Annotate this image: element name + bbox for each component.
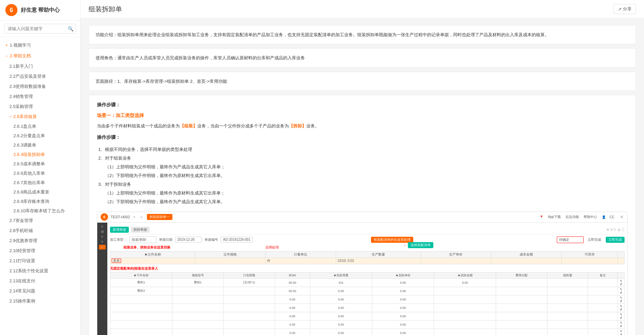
sidebar-item-coupon[interactable]: 2.9优惠券管理: [0, 236, 80, 246]
mock-child-spec-1: 费则1: [172, 278, 223, 287]
mock-toolbar-icons: ⊕ ⊘ ✎ 🖨 ⬡: [606, 228, 625, 231]
mock-user-icon: 👤: [602, 215, 606, 219]
sidebar-item-stocktake[interactable]: 2.6.1盘点单: [0, 122, 80, 131]
sidebar-item-data-prep[interactable]: 2.3使用前数据准备: [0, 81, 80, 92]
sidebar-item-ledger-error[interactable]: 2.6.10库存账本错了怎么办: [0, 206, 80, 216]
mock-tab-disassemble: 拆卸单据: [131, 227, 150, 233]
op-steps2-title: 操作步骤：: [97, 134, 628, 141]
mock-annotation-switch: 组装业务、拆卸业务在这里切换: [123, 245, 170, 249]
step-1: 1、根据不同的业务，选择不同单据的类型来处理: [98, 145, 628, 154]
mock-form-content: 新增单据 拆卸单据 ⊕ ⊘ ✎ 🖨 ⬡ 加工类型： 组装/拆卸 单据日期 201…: [107, 223, 627, 335]
mock-main-area: ≡ ⊞ ≡ ≡ ≡ 新增单据 拆卸单据: [97, 223, 627, 335]
sidebar-item-inventory[interactable]: − 2.6库存核算: [0, 112, 80, 122]
mock-child-actual-amt-1: 0.00: [434, 278, 496, 287]
mock-new-btn: 拆装拆卸单一: [147, 214, 172, 220]
mock-child-bom-1: 30.00: [275, 278, 310, 287]
scenario1-title: 场景一：加工类型选择: [97, 113, 628, 119]
sidebar-item-other-out[interactable]: 2.6.7其他出库单: [0, 178, 80, 187]
mock-child-bom-2: 30.00: [275, 287, 310, 295]
share-icon: ↗: [618, 7, 622, 12]
mock-child-row-7: 0.000.000.00✎ ✗: [110, 329, 625, 335]
search-icon[interactable]: 🔍: [68, 26, 73, 32]
mock-date-label: 单据日期: [159, 237, 172, 242]
sidebar-item-transfer[interactable]: 2.6.3调拨单: [0, 141, 80, 150]
sidebar-item-beginner[interactable]: 2.1新手入门: [0, 61, 80, 71]
mock-annotation-enable: 启用处理: [265, 245, 279, 249]
mock-parent-cost-1: [491, 258, 561, 264]
operations-section: 操作步骤： 场景一：加工类型选择 当由多个子件材料组装成一个成品的业务为【组装】…: [89, 95, 636, 335]
role-text: 使用角色：通常由生产人员或库管人员完成拆装业务的操作，库管人员确认原材料的出库和…: [96, 55, 305, 60]
sidebar-item-ops[interactable]: 2.10经营管理: [0, 246, 80, 256]
mock-child-actual-qty-1: 101: [310, 278, 372, 287]
mock-sidebar: ≡ ⊞ ≡ ≡ ≡: [97, 223, 107, 335]
mock-child-plan-1: (元/价*1): [223, 278, 275, 287]
sidebar-item-assembly[interactable]: 2.6.4组装拆卸单: [0, 150, 80, 159]
mock-th-unit: 计量单位: [265, 251, 336, 258]
sidebar-item-other-in[interactable]: 2.6.6其他入库单: [0, 169, 80, 178]
sidebar-item-customization[interactable]: 2.12系统个性化设置: [0, 266, 80, 276]
sidebar-item-cases[interactable]: 2.15操作案例: [0, 296, 80, 306]
sidebar-item-finance[interactable]: 2.7资金管理: [0, 216, 80, 226]
mock-th-prod-qty: 生产数量: [336, 251, 421, 258]
sidebar-item-install[interactable]: 2.2产品安装及登录: [0, 71, 80, 81]
mock-th-bom: BOM: [275, 272, 310, 278]
mock-parent-unit-1: 件: [265, 258, 336, 264]
search-input[interactable]: [4, 24, 76, 34]
mock-child-loss-1: [547, 278, 588, 287]
screenshot-container: 6 TEST-H002 ▼ ⚙ 拆装拆卸单一 📍 App下载 右边功能 帮助中心…: [97, 212, 628, 335]
share-button[interactable]: ↗ 分享: [613, 4, 636, 14]
scenario1-desc: 当由多个子件材料组装成一个成品的业务为【组装】业务，当由一个父件拆分成多个子产品…: [97, 122, 628, 130]
sidebar-item-partial-stocktake[interactable]: 2.6.2分量盘点单: [0, 131, 80, 141]
mock-date-val: 2019-12-26: [175, 237, 202, 242]
sidebar-item-cost-adjust[interactable]: 2.6.5成本调整单: [0, 159, 80, 169]
mock-parent-op-1: [618, 258, 625, 264]
mock-child-row-5: 0.000.000.00✎ ✗: [110, 312, 625, 320]
sidebar-item-print[interactable]: 2.11打印设置: [0, 256, 80, 266]
mock-pin-icon: 📍: [539, 215, 543, 219]
mock-child-row-6: 0.000.000.00✎ ✗: [110, 320, 625, 329]
steps-list: 1、根据不同的业务，选择不同单据的类型来处理 2、对于组装业务 （1）上部明细为…: [97, 145, 628, 206]
sidebar-item-sales[interactable]: 2.4销售管理: [0, 92, 80, 102]
nav-level2-items: 2.6.1盘点单 2.6.2分量盘点单 2.6.3调拨单 2.6.4组装拆卸单 …: [0, 122, 80, 216]
nav-sub-items: 2.1新手入门 2.2产品安装及登录 2.3使用前数据准备 2.4销售管理 2.…: [0, 61, 80, 306]
sidebar-item-ledger-query[interactable]: 2.6.9库存账本查询: [0, 197, 80, 206]
mock-help-center: 帮助中心: [584, 215, 597, 219]
mock-annotation-no-bom: 无固定装配单的(组装在这里录入: [110, 266, 625, 271]
main-header: 组装拆卸单 ↗ 分享: [80, 0, 644, 18]
sidebar-item-cost-recalc[interactable]: 2.6.8商品成本重算: [0, 187, 80, 197]
mock-child-name-2: 费则2: [110, 287, 172, 295]
mock-th-cost-dist: 费用分配: [496, 272, 547, 278]
mock-child-table: ★子件名称 规格型号 计划用量 BOM ★实际用量 ★实际单价 ★实际金额 费用…: [110, 272, 625, 335]
mock-code-label: 单据编号: [205, 237, 218, 242]
sidebar-item-purchase[interactable]: 2.5采购管理: [0, 102, 80, 112]
sidebar-header: 6 好生意 帮助中心: [0, 0, 80, 20]
mock-th-child-name: ★子件名称: [110, 272, 172, 278]
mock-topbar: 6 TEST-H002 ▼ ⚙ 拆装拆卸单一 📍 App下载 右边功能 帮助中心…: [97, 212, 627, 223]
mock-child-row-3: 0.000.000.00✎ ✗: [110, 295, 625, 303]
mock-child-actual-price-2: 0.00: [372, 287, 434, 295]
nav-group-video: + 1.视频学习: [0, 40, 80, 51]
mock-annotation-badge: 有装配清单的在这里处理 → 选择装配清单: [371, 237, 413, 243]
mock-parent-price-1: [421, 258, 491, 264]
step-3-2: （2）下部明细为子件明细，最终作为产成品生成其它入库单。: [105, 198, 628, 206]
mock-th-unit-price: 生产单价: [421, 251, 491, 258]
mock-th-actual-price: ★实际单价: [372, 272, 434, 278]
sidebar-item-mobile[interactable]: 2.8手机旺铺: [0, 226, 80, 236]
sidebar-item-payment[interactable]: 2.13在线支付: [0, 276, 80, 286]
sidebar-item-faq[interactable]: 2.14常见问题: [0, 286, 80, 296]
mock-th-child-op: [618, 272, 625, 278]
mock-child-actual-amt-2: [434, 287, 496, 295]
sidebar-item-help-docs[interactable]: − 2.帮助文档: [0, 51, 80, 61]
sidebar-item-video-learning[interactable]: + 1.视频学习: [0, 40, 80, 51]
logo-icon: 6: [5, 4, 17, 16]
mock-parent-qty-1: 13/10, 0.01: [336, 258, 421, 264]
mock-parent-spec-1: [195, 258, 265, 264]
mock-type-label: 加工类型：: [110, 237, 127, 242]
mock-th-loss: 损耗量: [547, 272, 588, 278]
path-section: 页面路径：1、库存核算->库存管理->组装拆卸单 2、首页->常用功能: [89, 72, 636, 91]
mock-th-plan-qty: 计划用量: [223, 272, 275, 278]
mock-th-actual-qty: ★实际用量: [310, 272, 372, 278]
mock-th-op: [618, 251, 625, 258]
mock-child-row-2: 费则2 30.00 0.00 0.00 ✎ ✗: [110, 287, 625, 295]
step-3-sub: （1）上部明细为父件明细，最终作为原材料生成其它出库单； （2）下部明细为子件明…: [98, 189, 628, 206]
